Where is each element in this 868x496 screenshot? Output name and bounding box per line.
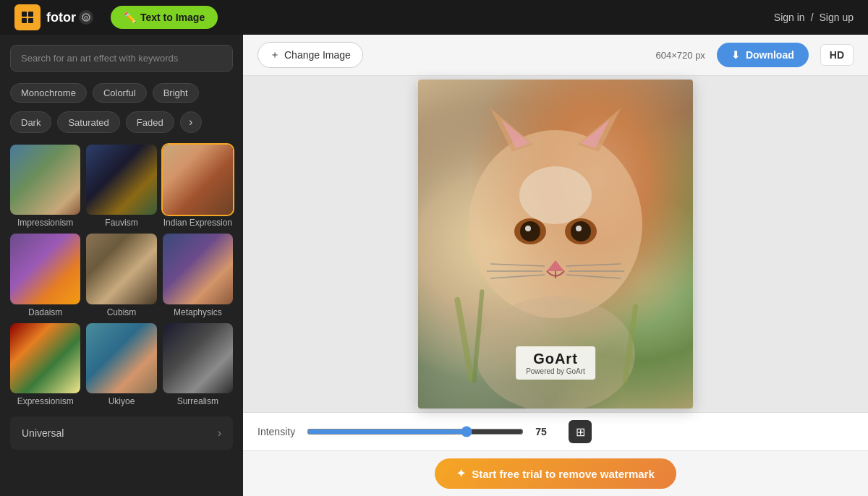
intensity-label: Intensity — [258, 426, 295, 437]
canvas-dimensions: 604×720 px — [656, 50, 705, 61]
art-thumb-indian-expression — [163, 145, 233, 215]
art-thumb-cubism — [86, 234, 156, 304]
svg-point-11 — [519, 166, 592, 224]
sign-in-link[interactable]: Sign in — [774, 12, 805, 23]
search-container — [0, 35, 243, 79]
canvas-content: GoArt Powered by GoArt — [243, 76, 868, 412]
image-preview: GoArt Powered by GoArt — [418, 80, 693, 409]
logo-badge: G — [79, 10, 93, 25]
art-label-metaphysics: Metaphysics — [174, 307, 222, 317]
compare-icon: ⊞ — [576, 425, 585, 439]
art-effect-fauvism[interactable]: Fauvism — [86, 145, 156, 228]
art-effect-indian-expression[interactable]: Indian Expression — [163, 145, 233, 228]
auth-separator: / — [811, 12, 814, 23]
art-thumb-metaphysics — [163, 234, 233, 304]
intensity-bar: Intensity 75 ⊞ — [243, 412, 868, 450]
filter-row-1: Monochrome Colorful Bright — [0, 79, 243, 107]
art-label-indian-expression: Indian Expression — [163, 218, 232, 228]
filter-saturated[interactable]: Saturated — [57, 111, 119, 133]
art-label-surrealism: Surrealism — [177, 396, 218, 406]
compare-button[interactable]: ⊞ — [569, 420, 592, 443]
logo-text: fotor — [46, 10, 76, 25]
svg-rect-27 — [454, 296, 475, 383]
svg-rect-1 — [28, 12, 33, 17]
universal-label: Universal — [22, 427, 64, 439]
art-effects-grid: Impressionism Fauvism Indian Expression … — [0, 137, 243, 414]
svg-point-17 — [576, 226, 582, 231]
art-thumb-impressionism — [10, 145, 80, 215]
filter-monochrome[interactable]: Monochrome — [10, 83, 87, 103]
header-auth: Sign in / Sign up — [774, 12, 854, 23]
download-button[interactable]: ⬇ Download — [717, 43, 809, 67]
art-label-expressionism: Expressionism — [17, 396, 74, 406]
filter-colorful[interactable]: Colorful — [93, 83, 147, 103]
main-content: Monochrome Colorful Bright Dark Saturate… — [0, 35, 868, 496]
svg-text:G: G — [84, 14, 88, 21]
intensity-slider[interactable] — [307, 426, 524, 437]
text-to-image-button[interactable]: ✏️ Text to Image — [111, 6, 218, 29]
art-label-fauvism: Fauvism — [105, 218, 137, 228]
filter-bright[interactable]: Bright — [153, 83, 199, 103]
hd-badge[interactable]: HD — [820, 44, 854, 66]
canvas-area: ＋ Change Image 604×720 px ⬇ Download HD — [243, 35, 868, 496]
plus-icon: ＋ — [270, 48, 280, 61]
art-effect-ukiyoe[interactable]: Ukiyoe — [86, 323, 156, 406]
art-effect-surrealism[interactable]: Surrealism — [163, 323, 233, 406]
universal-row[interactable]: Universal › — [10, 416, 233, 450]
watermark-bar: ✦ Start free trial to remove watermark — [243, 450, 868, 496]
canvas-toolbar: ＋ Change Image 604×720 px ⬇ Download HD — [243, 35, 868, 76]
svg-rect-0 — [22, 12, 27, 17]
goart-subtitle: Powered by GoArt — [526, 367, 585, 375]
filter-faded[interactable]: Faded — [126, 111, 174, 133]
art-effect-impressionism[interactable]: Impressionism — [10, 145, 80, 228]
art-label-ukiyoe: Ukiyoe — [109, 396, 135, 406]
art-effect-metaphysics[interactable]: Metaphysics — [163, 234, 233, 317]
art-effect-expressionism[interactable]: Expressionism — [10, 323, 80, 406]
art-effect-dadaism[interactable]: Dadaism — [10, 234, 80, 317]
goart-title: GoArt — [526, 351, 585, 367]
art-thumb-fauvism — [86, 145, 156, 215]
svg-point-16 — [525, 226, 531, 231]
svg-rect-2 — [22, 18, 27, 23]
art-thumb-dadaism — [10, 234, 80, 304]
art-thumb-ukiyoe — [86, 323, 156, 393]
remove-watermark-button[interactable]: ✦ Start free trial to remove watermark — [435, 458, 676, 489]
sidebar: Monochrome Colorful Bright Dark Saturate… — [0, 35, 243, 496]
svg-point-14 — [520, 221, 540, 241]
app-header: fotor G ✏️ Text to Image Sign in / Sign … — [0, 0, 868, 35]
search-input[interactable] — [10, 45, 233, 72]
svg-point-15 — [571, 221, 591, 241]
art-label-impressionism: Impressionism — [17, 218, 73, 228]
art-label-dadaism: Dadaism — [28, 307, 62, 317]
filter-dark[interactable]: Dark — [10, 111, 51, 133]
art-effect-cubism[interactable]: Cubism — [86, 234, 156, 317]
sign-up-link[interactable]: Sign up — [820, 12, 854, 23]
download-icon: ⬇ — [731, 49, 740, 61]
art-thumb-surrealism — [163, 323, 233, 393]
goart-watermark: GoArt Powered by GoArt — [516, 346, 595, 380]
filter-row-2: Dark Saturated Faded › — [0, 107, 243, 137]
universal-chevron-icon: › — [218, 427, 221, 440]
art-label-cubism: Cubism — [107, 307, 137, 317]
star-icon: ✦ — [456, 467, 466, 480]
art-thumb-expressionism — [10, 323, 80, 393]
change-image-button[interactable]: ＋ Change Image — [258, 42, 363, 68]
logo-icon — [14, 4, 41, 30]
text-to-image-icon: ✏️ — [124, 12, 136, 23]
svg-rect-3 — [28, 18, 33, 23]
logo: fotor G ✏️ Text to Image — [14, 4, 218, 30]
filter-more-button[interactable]: › — [180, 111, 202, 133]
intensity-value: 75 — [535, 426, 557, 437]
